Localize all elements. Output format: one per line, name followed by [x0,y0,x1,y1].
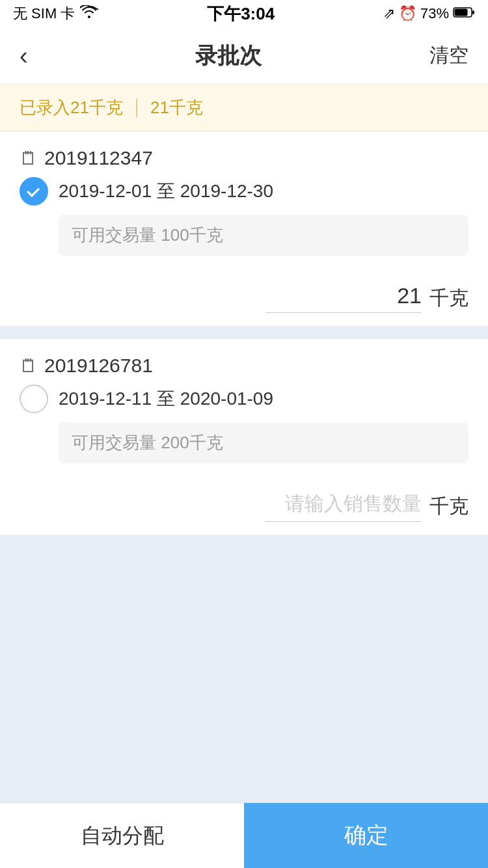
carrier-text: 无 SIM 卡 [13,4,75,23]
batch2-quantity-wrapper: 请输入销售数量 千克 [0,479,488,535]
location-icon: ⇗ [383,5,395,22]
batch1-quantity-row: 21 千克 [0,271,488,313]
info-divider [136,99,137,117]
batch-item-1: 🗒 2019112347 2019-12-01 至 2019-12-30 可用交… [0,131,488,271]
status-time: 下午3:04 [207,3,275,25]
status-bar: 无 SIM 卡 下午3:04 ⇗ ⏰ 73% [0,0,488,27]
info-value: 21千克 [150,96,203,119]
clear-button[interactable]: 清空 [429,42,468,69]
batch2-quantity-row: 请输入销售数量 千克 [0,479,488,522]
battery-icon [453,5,475,22]
batch1-date: 2019-12-01 至 2019-12-30 [59,179,273,204]
back-button[interactable]: ‹ [20,44,28,68]
section-separator [0,326,488,339]
batch1-unit: 千克 [429,285,468,312]
batch2-id: 2019126781 [44,355,153,377]
info-banner: 已录入21千克 21千克 [0,85,488,131]
svg-rect-2 [472,10,474,14]
auto-distribute-button[interactable]: 自动分配 [0,803,244,868]
batch2-header: 🗒 2019126781 [20,339,468,377]
batch2-radio[interactable] [20,385,48,413]
confirm-button[interactable]: 确定 [244,803,488,868]
batch-item-2: 🗒 2019126781 2019-12-11 至 2020-01-09 可用交… [0,339,488,479]
batch1-id: 2019112347 [44,147,153,169]
batch1-available-box: 可用交易量 100千克 [59,215,468,256]
batch1-header: 🗒 2019112347 [20,131,468,169]
batch1-quantity-wrapper: 21 千克 [0,271,488,326]
batch1-radio[interactable] [20,177,48,206]
batch1-available-text: 可用交易量 100千克 [72,225,223,245]
doc-icon-2: 🗒 [20,355,38,377]
svg-rect-1 [455,9,468,16]
batch1-row[interactable]: 2019-12-01 至 2019-12-30 [20,177,468,206]
alarm-icon: ⏰ [399,5,416,22]
status-right: ⇗ ⏰ 73% [383,5,475,22]
confirm-label: 确定 [344,821,388,850]
batch2-row[interactable]: 2019-12-11 至 2020-01-09 [20,385,468,413]
empty-area [0,535,488,834]
page-title: 录批次 [195,41,262,71]
batch2-unit: 千克 [429,493,468,520]
bottom-bar: 自动分配 确定 [0,803,488,868]
doc-icon-1: 🗒 [20,148,38,169]
batch2-qty-underline-wrap: 请输入销售数量 [265,491,422,522]
info-label: 已录入21千克 [20,96,123,119]
status-left: 无 SIM 卡 [13,4,98,23]
nav-bar: ‹ 录批次 清空 [0,27,488,85]
battery-text: 73% [420,5,449,22]
batch2-available-box: 可用交易量 200千克 [59,422,468,463]
batch1-qty-underline-wrap: 21 [265,283,422,313]
batch2-underline [265,521,422,522]
wifi-icon [80,5,98,22]
spacer2 [0,522,488,535]
batch2-quantity-placeholder[interactable]: 请输入销售数量 [285,491,422,517]
batch2-available-text: 可用交易量 200千克 [72,433,223,452]
batch2-date: 2019-12-11 至 2020-01-09 [59,387,273,411]
spacer1 [0,313,488,326]
auto-distribute-label: 自动分配 [81,822,164,850]
batch1-underline [265,312,422,313]
batch1-quantity-value[interactable]: 21 [397,283,422,308]
